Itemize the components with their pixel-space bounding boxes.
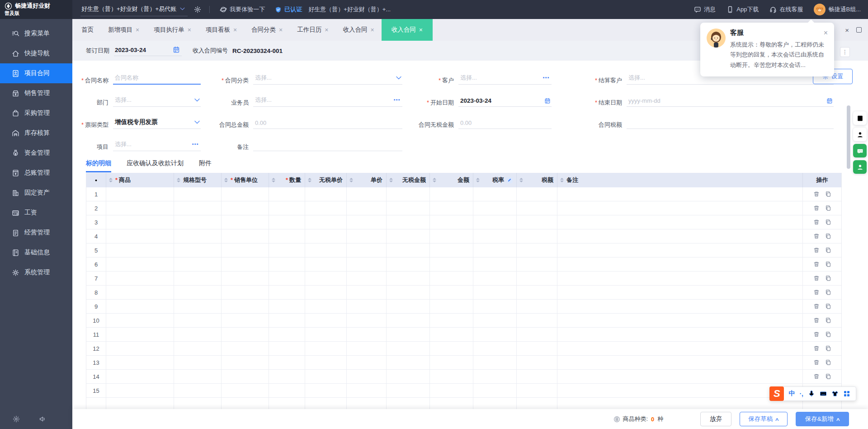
- wechat-contact-icon[interactable]: [853, 160, 867, 174]
- sidebar-item-payroll[interactable]: 工资: [0, 203, 72, 223]
- table-cell[interactable]: [106, 243, 174, 257]
- table-cell[interactable]: [473, 286, 517, 299]
- table-cell[interactable]: [106, 314, 174, 327]
- sort-caret-icon[interactable]: [349, 178, 353, 182]
- delete-row-icon[interactable]: [813, 233, 820, 239]
- project-input[interactable]: 选择...⋯: [113, 140, 201, 151]
- table-cell[interactable]: [387, 243, 430, 257]
- sidebar-item-purchase[interactable]: 采购管理: [0, 103, 72, 123]
- save-and-new-button[interactable]: 保存&新增∧: [796, 412, 849, 426]
- table-cell[interactable]: [557, 384, 803, 397]
- table-cell[interactable]: [430, 229, 473, 243]
- table-cell[interactable]: [222, 314, 269, 327]
- sidebar-settings-gear-icon[interactable]: [13, 415, 20, 423]
- sort-caret-icon[interactable]: [224, 178, 228, 182]
- table-cell[interactable]: [106, 300, 174, 313]
- table-cell[interactable]: [473, 187, 517, 201]
- table-cell[interactable]: [174, 229, 222, 243]
- table-cell[interactable]: [557, 314, 803, 327]
- delete-row-icon[interactable]: [813, 317, 820, 324]
- table-cell[interactable]: [430, 257, 473, 271]
- table-cell[interactable]: [557, 229, 803, 243]
- delete-row-icon[interactable]: [813, 373, 820, 380]
- detail-tab[interactable]: 标的明细: [86, 159, 111, 172]
- scrollbar-thumb[interactable]: [847, 105, 850, 169]
- table-cell[interactable]: [473, 384, 517, 397]
- table-cell[interactable]: [222, 342, 269, 355]
- table-cell[interactable]: [106, 272, 174, 285]
- table-cell[interactable]: [557, 215, 803, 229]
- more-options-box[interactable]: ⋮: [840, 47, 850, 57]
- table-cell[interactable]: [473, 342, 517, 355]
- table-cell[interactable]: [269, 328, 305, 341]
- table-cell[interactable]: [517, 257, 557, 271]
- sidebar-item-home[interactable]: 快捷导航: [0, 43, 72, 63]
- table-cell[interactable]: [174, 286, 222, 299]
- table-cell[interactable]: [347, 272, 387, 285]
- table-cell[interactable]: [387, 187, 430, 201]
- table-cell[interactable]: [305, 257, 347, 271]
- copy-row-icon[interactable]: [825, 317, 831, 324]
- tab-3[interactable]: 项目看板×: [198, 19, 244, 41]
- table-cell[interactable]: [269, 272, 305, 285]
- tab-0[interactable]: 首页: [74, 19, 101, 41]
- table-cell[interactable]: [347, 342, 387, 355]
- table-cell[interactable]: [269, 215, 305, 229]
- sidebar-item-assets[interactable]: 固定资产: [0, 183, 72, 203]
- more-dots-icon[interactable]: ⋯: [393, 98, 401, 102]
- calendar-icon[interactable]: [826, 98, 833, 104]
- delete-row-icon[interactable]: [813, 331, 820, 338]
- table-cell[interactable]: [473, 272, 517, 285]
- detail-tab[interactable]: 应收确认及收款计划: [127, 159, 184, 171]
- table-cell[interactable]: [557, 201, 803, 215]
- chevron-down-icon[interactable]: [194, 120, 200, 124]
- table-cell[interactable]: [557, 300, 803, 313]
- announcement-icon[interactable]: [39, 415, 46, 423]
- table-cell[interactable]: [473, 300, 517, 313]
- delete-row-icon[interactable]: [813, 359, 820, 366]
- online-service-button[interactable]: 在线客服: [769, 5, 803, 14]
- copy-row-icon[interactable]: [825, 261, 831, 267]
- table-cell[interactable]: [347, 356, 387, 369]
- sort-caret-icon[interactable]: [519, 178, 523, 182]
- table-cell[interactable]: [106, 201, 174, 215]
- copy-row-icon[interactable]: [825, 219, 831, 225]
- table-cell[interactable]: [430, 215, 473, 229]
- table-cell[interactable]: [557, 257, 803, 271]
- table-cell[interactable]: [557, 328, 803, 341]
- table-cell[interactable]: [174, 243, 222, 257]
- table-cell[interactable]: [305, 272, 347, 285]
- table-cell[interactable]: [269, 300, 305, 313]
- table-cell[interactable]: [174, 328, 222, 341]
- table-cell[interactable]: [347, 243, 387, 257]
- keyboard-icon[interactable]: [820, 390, 827, 397]
- table-cell[interactable]: [517, 215, 557, 229]
- table-cell[interactable]: [174, 201, 222, 215]
- delete-row-icon[interactable]: [813, 261, 820, 267]
- sidebar-item-search[interactable]: 搜索菜单: [0, 24, 72, 43]
- table-cell[interactable]: [305, 187, 347, 201]
- table-cell[interactable]: [305, 328, 347, 341]
- sort-caret-icon[interactable]: [308, 178, 311, 182]
- table-cell[interactable]: [557, 370, 803, 383]
- table-cell[interactable]: [347, 328, 387, 341]
- delete-row-icon[interactable]: [813, 275, 820, 281]
- fullscreen-icon[interactable]: [856, 27, 862, 33]
- table-cell[interactable]: [174, 272, 222, 285]
- sidebar-item-inventory[interactable]: 库存核算: [0, 123, 72, 143]
- table-cell[interactable]: [269, 229, 305, 243]
- table-cell[interactable]: [174, 384, 222, 397]
- remark-input[interactable]: [253, 148, 402, 151]
- table-cell[interactable]: [517, 201, 557, 215]
- table-cell[interactable]: [174, 356, 222, 369]
- table-cell[interactable]: [269, 286, 305, 299]
- sort-caret-icon[interactable]: [109, 178, 113, 182]
- popup-close-icon[interactable]: ×: [824, 29, 828, 37]
- copy-row-icon[interactable]: [825, 247, 831, 253]
- table-cell[interactable]: [517, 243, 557, 257]
- sidebar-item-basic[interactable]: 基础信息: [0, 243, 72, 262]
- contract-category-input[interactable]: 选择...: [253, 74, 402, 85]
- tax-edit-icon[interactable]: [506, 177, 513, 183]
- table-cell[interactable]: [222, 229, 269, 243]
- contract-total-input[interactable]: 0.00: [253, 119, 402, 129]
